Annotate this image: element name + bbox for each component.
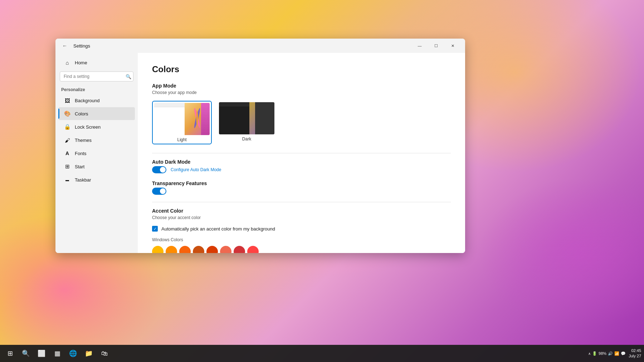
sidebar-item-colors-label: Colors [75,111,88,116]
light-thumb-window [154,103,185,135]
sidebar-item-colors[interactable]: 🎨 Colors [58,107,135,120]
sidebar-item-start-label: Start [75,164,84,169]
search-taskbar-icon[interactable]: 🔍 [19,346,33,361]
lock-screen-icon: 🔒 [64,124,70,130]
colors-icon: 🎨 [64,110,70,117]
divider-2 [152,202,451,202]
color-swatch-orange[interactable] [166,246,177,253]
auto-dark-mode-toggle[interactable] [152,166,166,173]
active-indicator [58,109,59,119]
explorer-icon[interactable]: 📁 [82,346,96,361]
sidebar-item-themes[interactable]: 🖌 Themes [58,134,135,147]
window-controls: — ☐ ✕ [411,40,461,51]
color-swatch-burnt-orange[interactable] [193,246,204,253]
color-swatch-dark-orange[interactable] [179,246,191,253]
chevron-icon[interactable]: ∧ [588,352,591,356]
sidebar-item-background[interactable]: 🖼 Background [58,94,135,107]
svg-point-2 [196,111,198,126]
accent-color-title: Accent Color [152,208,451,214]
app-mode-subtitle: Choose your app mode [152,90,451,95]
edge-icon[interactable]: 🌐 [66,346,80,361]
network-icon[interactable]: 📶 [614,351,619,356]
search-icon[interactable]: 🔍 [126,74,131,79]
color-swatch-yellow[interactable] [152,246,164,253]
battery-percent: 98% [599,351,606,356]
divider-1 [152,153,451,153]
windows-colors-label: Windows Colors [152,237,451,242]
mode-card-light[interactable]: Light [152,101,212,144]
light-thumbnail [154,103,210,135]
notification-icon[interactable]: 💬 [621,351,626,356]
sidebar-item-lock-screen-label: Lock Screen [75,124,101,130]
sidebar-item-lock-screen[interactable]: 🔒 Lock Screen [58,120,135,133]
auto-accent-label: Automatically pick an accent color from … [161,226,275,232]
sidebar-item-themes-label: Themes [75,138,92,143]
color-row-1 [152,246,451,253]
home-icon: ⌂ [64,59,70,66]
start-icon[interactable]: ⊞ [3,346,17,361]
dark-thumbnail [219,102,274,134]
color-swatch-bright-red[interactable] [247,246,259,253]
color-swatch-rust[interactable] [206,246,218,253]
widgets-icon[interactable]: ▦ [50,346,64,361]
light-thumb-taskbar [154,103,185,107]
color-swatch-red[interactable] [234,246,245,253]
maximize-button[interactable]: ☐ [428,40,444,51]
sidebar-item-taskbar[interactable]: ▬ Taskbar [58,173,135,186]
configure-auto-dark-link[interactable]: Configure Auto Dark Mode [171,167,221,172]
main-content: Colors App Mode Choose your app mode [138,53,465,253]
window-content: ⌂ Home 🔍 Personalize 🖼 Background 🎨 Colo… [55,53,465,253]
light-thumb-bg [185,103,210,135]
search-box: 🔍 [60,71,133,81]
title-bar: ← Settings — ☐ ✕ [55,39,465,53]
clock-date: July 27 [629,353,641,359]
app-mode-title: App Mode [152,83,451,89]
mode-thumbnails: Light [152,101,451,144]
sidebar-item-taskbar-label: Taskbar [75,177,91,183]
dark-thumb-window [219,102,249,134]
home-label: Home [75,60,87,65]
sidebar-item-fonts[interactable]: A Fonts [58,147,135,160]
auto-dark-mode-title: Auto Dark Mode [152,159,451,165]
background-icon: 🖼 [64,97,70,104]
back-button[interactable]: ← [60,41,70,51]
transparency-title: Transparency Features [152,180,451,186]
fonts-icon: A [64,150,70,157]
sidebar-item-background-label: Background [75,98,99,103]
taskbar-systray: ∧ 🔋 98% 🔊 📶 💬 02:45 July 27 [588,348,641,359]
minimize-button[interactable]: — [411,40,428,51]
themes-icon: 🖌 [64,137,70,143]
page-title: Colors [152,64,451,74]
mode-card-dark[interactable]: Dark [218,101,276,144]
sidebar-item-start[interactable]: ⊞ Start [58,160,135,173]
taskbar-clock: 02:45 July 27 [629,348,641,359]
settings-window: ← Settings — ☐ ✕ ⌂ Home 🔍 Personalize 🖼 … [55,39,465,253]
auto-dark-mode-row: Auto Dark Mode Configure Auto Dark Mode [152,159,451,173]
start-menu-icon: ⊞ [64,163,70,170]
window-title: Settings [73,43,90,49]
sidebar: ⌂ Home 🔍 Personalize 🖼 Background 🎨 Colo… [55,53,138,253]
transparency-toggle[interactable] [152,188,166,195]
search-input[interactable] [60,71,133,81]
dark-mode-label: Dark [242,137,251,142]
store-icon[interactable]: 🛍 [97,346,112,361]
sidebar-item-fonts-label: Fonts [75,151,87,156]
sidebar-item-home[interactable]: ⌂ Home [58,56,135,69]
light-mode-label: Light [177,137,186,142]
sidebar-section-label: Personalize [55,84,138,94]
taskbar-icons: ⊞ 🔍 ⬜ ▦ 🌐 📁 🛍 [3,346,112,361]
battery-icon: 🔋 [592,351,597,356]
clock-time: 02:45 [629,348,641,353]
transparency-row: Transparency Features [152,180,451,195]
taskbar-icon-sidebar: ▬ [64,177,70,183]
task-view-icon[interactable]: ⬜ [34,346,49,361]
auto-accent-row: ✓ Automatically pick an accent color fro… [152,226,451,232]
close-button[interactable]: ✕ [444,40,461,51]
color-swatch-salmon[interactable] [220,246,231,253]
light-thumb-content [154,107,185,135]
auto-accent-checkbox[interactable]: ✓ [152,226,158,232]
accent-color-subtitle: Choose your accent color [152,215,451,220]
dark-thumb-bg [249,102,274,134]
volume-icon[interactable]: 🔊 [608,351,613,356]
color-grid [152,246,451,253]
